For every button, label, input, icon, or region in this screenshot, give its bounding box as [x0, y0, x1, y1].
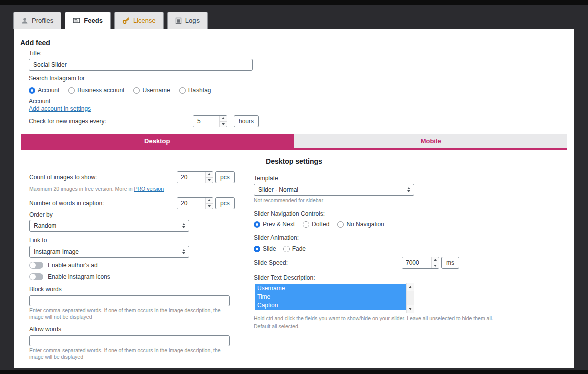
select-value: Slider - Normal	[258, 186, 298, 193]
instagram-icons-toggle[interactable]	[29, 273, 43, 280]
tab-label: Feeds	[84, 17, 103, 24]
spin-down-icon[interactable]	[206, 204, 213, 209]
tab-feeds[interactable]: Feeds	[65, 12, 111, 29]
scroll-track[interactable]	[407, 291, 414, 305]
spin-down-icon[interactable]	[206, 178, 213, 183]
spin-up-icon[interactable]	[220, 116, 227, 122]
chevron-updown-icon	[407, 187, 410, 192]
radio-dot	[68, 87, 75, 94]
radio-business-account[interactable]: Business account	[68, 87, 124, 94]
add-account-link[interactable]: Add account in settings	[29, 106, 91, 112]
authors-ad-toggle[interactable]	[29, 262, 43, 269]
slider-text-listbox[interactable]: Username Time Caption	[254, 283, 414, 313]
radio-dot	[179, 87, 186, 94]
tab-label: Logs	[185, 17, 200, 24]
page-title: Add feed	[20, 39, 574, 46]
words-caption-input[interactable]	[177, 198, 205, 209]
add-feed-form: Title: Search Instagram for Account Busi…	[29, 46, 574, 127]
template-select[interactable]: Slider - Normal	[254, 184, 414, 196]
allow-words-label: Allow words	[29, 326, 254, 332]
words-caption-stepper	[177, 197, 213, 209]
radio-dot	[133, 87, 140, 94]
top-tab-bar: Profiles Feeds License Logs	[13, 12, 208, 29]
account-label: Account	[29, 98, 574, 104]
radio-dot	[337, 221, 344, 228]
allow-words-help: Enter comma-separated words. If one of t…	[29, 347, 234, 360]
radio-username[interactable]: Username	[133, 87, 170, 94]
help-text: Maximum 20 images in free version. More …	[29, 186, 134, 192]
radio-label: Hashtag	[188, 87, 211, 94]
tab-logs[interactable]: Logs	[167, 12, 208, 29]
main-panel: Add feed Title: Search Instagram for Acc…	[14, 29, 574, 368]
link-to-select[interactable]: Instagram Image	[29, 246, 189, 258]
slider-text-description-label: Slider Text Description:	[254, 275, 567, 281]
spin-down-icon[interactable]	[432, 263, 439, 269]
list-item[interactable]: Time	[255, 293, 406, 301]
order-by-label: Order by	[29, 212, 254, 218]
spin-down-icon[interactable]	[220, 122, 227, 127]
stepper-arrows[interactable]	[205, 172, 213, 183]
pro-version-link[interactable]: PRO version	[134, 186, 164, 192]
slide-speed-input[interactable]	[402, 257, 431, 268]
slide-speed-stepper	[402, 257, 439, 269]
check-interval-label: Check for new images every:	[29, 118, 193, 124]
top-black-strip	[0, 0, 588, 5]
search-type-radio-group: Account Business account Username Hashta…	[29, 87, 574, 94]
radio-dot	[29, 87, 35, 94]
tab-profiles[interactable]: Profiles	[13, 12, 61, 29]
slide-speed-label: Slide Speed:	[254, 260, 402, 266]
tab-desktop[interactable]: Desktop	[21, 134, 294, 148]
radio-label: No Navigation	[346, 221, 384, 228]
desktop-settings-panel: Desktop settings Count of images to show…	[21, 150, 567, 367]
chevron-updown-icon	[182, 249, 185, 254]
list-item[interactable]: Username	[255, 284, 406, 293]
radio-account[interactable]: Account	[29, 87, 59, 94]
nav-controls-radio-group: Prev & Next Dotted No Navigation	[254, 221, 567, 228]
block-words-input[interactable]	[29, 295, 230, 306]
order-by-select[interactable]: Random	[29, 220, 189, 232]
scroll-down-icon[interactable]	[407, 305, 414, 313]
slide-speed-unit: ms	[441, 257, 459, 269]
instagram-icons-toggle-row: Enable instagram icons	[29, 273, 254, 280]
radio-label: Prev & Next	[263, 221, 295, 228]
desktop-settings-title: Desktop settings	[21, 157, 567, 165]
slide-speed-row: Slide Speed: ms	[254, 257, 567, 269]
stepper-arrows[interactable]	[205, 198, 213, 209]
stepper-arrows[interactable]	[219, 116, 227, 127]
radio-fade[interactable]: Fade	[283, 245, 306, 252]
words-caption-unit: pcs	[215, 197, 235, 209]
radio-slide[interactable]: Slide	[254, 245, 276, 252]
allow-words-input[interactable]	[29, 335, 230, 346]
bottom-black-strip	[0, 370, 588, 374]
spin-up-icon[interactable]	[206, 198, 213, 204]
radio-prev-next[interactable]: Prev & Next	[254, 221, 295, 228]
tab-label: License	[133, 17, 156, 24]
list-item[interactable]: Caption	[255, 301, 406, 310]
slider-animation-label: Slider Animation:	[254, 235, 567, 241]
radio-label: Slide	[263, 245, 276, 252]
tab-mobile[interactable]: Mobile	[294, 134, 568, 148]
count-images-input[interactable]	[177, 172, 205, 183]
instagram-icons-label: Enable instagram icons	[48, 274, 110, 280]
radio-dot	[254, 246, 260, 252]
count-images-row: Count of images to show: pcs	[29, 171, 254, 183]
scroll-up-icon[interactable]	[407, 283, 414, 291]
radio-label: Business account	[77, 87, 124, 94]
tab-license[interactable]: License	[114, 12, 164, 29]
radio-dotted[interactable]: Dotted	[303, 221, 329, 228]
radio-no-navigation[interactable]: No Navigation	[337, 221, 384, 228]
stepper-arrows[interactable]	[431, 257, 439, 268]
listbox-default-note: Default all selected.	[254, 323, 567, 330]
listbox-items: Username Time Caption	[254, 283, 406, 313]
left-settings-column: Count of images to show: pcs Maximum 20 …	[21, 171, 254, 360]
feeds-icon	[73, 17, 80, 24]
count-images-help: Maximum 20 images in free version. More …	[29, 186, 254, 192]
check-interval-input[interactable]	[193, 116, 219, 127]
spin-up-icon[interactable]	[206, 172, 213, 178]
radio-hashtag[interactable]: Hashtag	[179, 87, 211, 94]
spin-up-icon[interactable]	[432, 257, 439, 263]
device-tab-bar: Desktop Mobile	[21, 134, 567, 148]
radio-label: Account	[38, 87, 59, 94]
title-input[interactable]	[29, 59, 253, 71]
listbox-scrollbar[interactable]	[406, 283, 414, 313]
